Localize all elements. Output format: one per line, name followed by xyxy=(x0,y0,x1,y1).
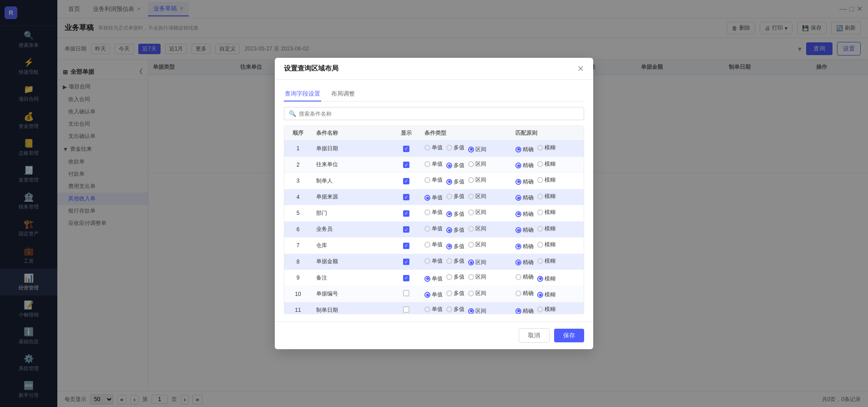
radio-exact[interactable]: 精确 xyxy=(515,273,534,281)
radio-multi[interactable]: 多值 xyxy=(446,210,464,218)
row-order: 8 xyxy=(284,254,312,270)
radio-range[interactable]: 区间 xyxy=(468,176,486,184)
radio-range[interactable]: 区间 xyxy=(468,160,486,168)
radio-single[interactable]: 单值 xyxy=(424,241,443,249)
table-row: 6业务员✓单值多值区间精确模糊 xyxy=(284,221,584,238)
radio-multi[interactable]: 多值 xyxy=(446,305,464,313)
table-row: 3制单人✓单值多值区间精确模糊 xyxy=(284,173,584,189)
radio-single[interactable]: 单值 xyxy=(424,225,443,233)
radio-multi[interactable]: 多值 xyxy=(446,257,464,265)
radio-exact[interactable]: 精确 xyxy=(515,194,534,202)
radio-exact[interactable]: 精确 xyxy=(515,210,534,218)
radio-multi[interactable]: 多值 xyxy=(446,290,464,297)
modal-save-button[interactable]: 保存 xyxy=(554,329,584,342)
row-display-cell[interactable]: ✓ xyxy=(393,173,420,189)
display-checkbox[interactable] xyxy=(403,308,409,314)
radio-single[interactable]: 单值 xyxy=(424,144,443,152)
radio-fuzzy[interactable]: 模糊 xyxy=(537,225,555,233)
row-match-rule-cell: 精确模糊 xyxy=(511,302,584,315)
radio-fuzzy[interactable]: 模糊 xyxy=(537,193,555,200)
radio-fuzzy[interactable]: 模糊 xyxy=(537,160,555,168)
radio-fuzzy[interactable]: 模糊 xyxy=(537,144,555,152)
table-row: 5部门✓单值多值区间精确模糊 xyxy=(284,205,584,222)
radio-fuzzy[interactable]: 模糊 xyxy=(537,176,555,184)
modal-col-type: 条件类型 xyxy=(420,126,511,141)
radio-exact[interactable]: 精确 xyxy=(515,259,534,266)
display-checkbox[interactable]: ✓ xyxy=(403,259,409,265)
radio-multi[interactable]: 多值 xyxy=(446,144,464,152)
row-match-rule-cell: 精确模糊 xyxy=(511,141,584,157)
modal-tab-field-settings[interactable]: 查询字段设置 xyxy=(284,87,321,102)
row-match-rule-cell: 精确模糊 xyxy=(511,205,584,222)
display-checkbox[interactable] xyxy=(403,291,409,298)
radio-exact[interactable]: 精确 xyxy=(515,226,534,234)
radio-multi[interactable]: 多值 xyxy=(446,243,464,250)
row-display-cell[interactable]: ✓ xyxy=(393,221,420,238)
radio-fuzzy[interactable]: 模糊 xyxy=(537,209,555,216)
radio-fuzzy[interactable]: 模糊 xyxy=(537,291,555,299)
modal-tab-layout-adjust[interactable]: 布局调整 xyxy=(330,87,356,102)
modal-footer: 取消 保存 xyxy=(275,321,593,349)
radio-range[interactable]: 区间 xyxy=(468,225,486,233)
display-checkbox[interactable]: ✓ xyxy=(403,145,409,152)
radio-range[interactable]: 区间 xyxy=(468,241,486,249)
radio-fuzzy[interactable]: 模糊 xyxy=(537,241,555,249)
modal-search-input[interactable] xyxy=(299,111,579,117)
cancel-button[interactable]: 取消 xyxy=(519,328,550,343)
radio-exact[interactable]: 精确 xyxy=(515,162,534,169)
radio-multi[interactable]: 多值 xyxy=(446,226,464,234)
row-display-cell[interactable]: ✓ xyxy=(393,254,420,270)
row-display-cell[interactable]: ✓ xyxy=(393,157,420,173)
radio-single[interactable]: 单值 xyxy=(424,257,443,265)
row-condition-name: 单据来源 xyxy=(312,189,393,205)
radio-range[interactable]: 区间 xyxy=(468,290,486,297)
row-display-cell[interactable] xyxy=(393,302,420,315)
modal-close-icon[interactable]: ✕ xyxy=(577,65,584,73)
radio-single[interactable]: 单值 xyxy=(424,209,443,216)
display-checkbox[interactable]: ✓ xyxy=(403,178,409,184)
radio-range[interactable]: 区间 xyxy=(468,259,486,266)
display-checkbox[interactable]: ✓ xyxy=(403,162,409,168)
radio-multi[interactable]: 多值 xyxy=(446,162,464,169)
display-checkbox[interactable]: ✓ xyxy=(403,242,409,249)
row-display-cell[interactable]: ✓ xyxy=(393,141,420,157)
radio-range[interactable]: 区间 xyxy=(468,209,486,216)
radio-single[interactable]: 单值 xyxy=(424,291,443,299)
row-match-rule-cell: 精确模糊 xyxy=(511,270,584,286)
display-checkbox[interactable]: ✓ xyxy=(403,226,409,233)
radio-single[interactable]: 单值 xyxy=(424,194,443,202)
radio-exact[interactable]: 精确 xyxy=(515,178,534,186)
row-condition-name: 制单日期 xyxy=(312,302,393,315)
radio-multi[interactable]: 多值 xyxy=(446,193,464,200)
row-condition-type-cell: 单值多值区间 xyxy=(420,157,511,173)
radio-single[interactable]: 单值 xyxy=(424,305,443,313)
radio-single[interactable]: 单值 xyxy=(424,176,443,184)
row-display-cell[interactable]: ✓ xyxy=(393,189,420,205)
radio-multi[interactable]: 多值 xyxy=(446,178,464,186)
radio-fuzzy[interactable]: 模糊 xyxy=(537,257,555,265)
radio-range[interactable]: 区间 xyxy=(468,146,486,153)
row-condition-name: 单据金额 xyxy=(312,254,393,270)
row-condition-type-cell: 单值多值区间 xyxy=(420,254,511,270)
row-display-cell[interactable]: ✓ xyxy=(393,270,420,286)
row-display-cell[interactable] xyxy=(393,286,420,302)
radio-single[interactable]: 单值 xyxy=(424,275,443,283)
table-row: 4单据来源✓单值多值区间精确模糊 xyxy=(284,189,584,205)
radio-single[interactable]: 单值 xyxy=(424,160,443,168)
radio-exact[interactable]: 精确 xyxy=(515,146,534,153)
radio-range[interactable]: 区间 xyxy=(468,273,486,281)
radio-range[interactable]: 区间 xyxy=(468,307,486,315)
radio-range[interactable]: 区间 xyxy=(468,193,486,200)
radio-exact[interactable]: 精确 xyxy=(515,243,534,250)
radio-multi[interactable]: 多值 xyxy=(446,273,464,281)
row-display-cell[interactable]: ✓ xyxy=(393,238,420,254)
radio-exact[interactable]: 精确 xyxy=(515,290,534,297)
display-checkbox[interactable]: ✓ xyxy=(403,210,409,216)
radio-fuzzy[interactable]: 模糊 xyxy=(537,275,555,283)
row-match-rule-cell: 精确模糊 xyxy=(511,157,584,173)
radio-fuzzy[interactable]: 模糊 xyxy=(537,305,555,313)
radio-exact[interactable]: 精确 xyxy=(515,307,534,315)
row-display-cell[interactable]: ✓ xyxy=(393,205,420,222)
display-checkbox[interactable]: ✓ xyxy=(403,275,409,281)
display-checkbox[interactable]: ✓ xyxy=(403,194,409,200)
